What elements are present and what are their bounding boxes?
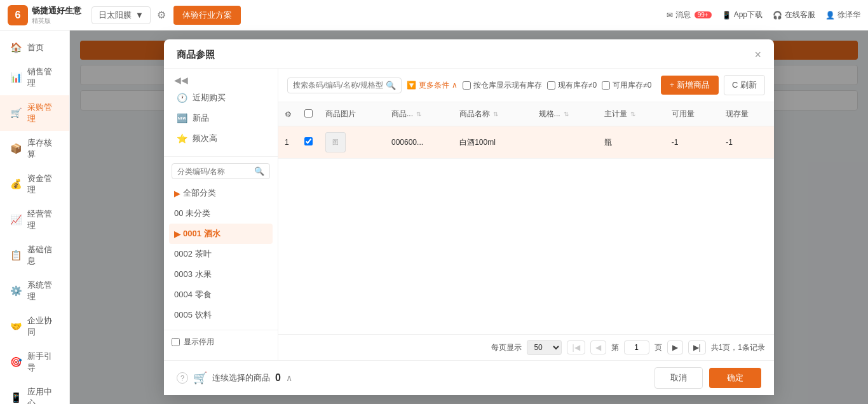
product-search-input[interactable] <box>293 81 383 90</box>
available-stock-checkbox-label[interactable]: 可用库存≠0 <box>602 80 651 91</box>
row-num: 1 <box>278 126 298 159</box>
sidebar-item-inventory[interactable]: 📦 库存核算 <box>0 131 69 166</box>
sidebar-item-system[interactable]: ⚙️ 系统管理 <box>0 273 69 309</box>
col-settings[interactable]: ⚙ <box>278 102 298 126</box>
message-nav-item[interactable]: ✉ 消息 99+ <box>667 10 712 20</box>
cat-item-unsorted[interactable]: 00 未分类 <box>169 203 273 224</box>
cat-item-alcohol[interactable]: ▶ 0001 酒水 <box>169 224 273 244</box>
warehouse-stock-label: 按仓库显示现有库存 <box>473 80 542 91</box>
trial-button[interactable]: 体验行业方案 <box>173 6 241 25</box>
confirm-button[interactable]: 确定 <box>709 368 761 388</box>
modal-overlay: 商品参照 × ◀◀ 🕐 近期购买 <box>70 30 868 404</box>
select-all-checkbox[interactable] <box>304 109 313 118</box>
prev-page-button[interactable]: ◀ <box>590 340 606 354</box>
sidebar-item-finance[interactable]: 💰 资金管理 <box>0 166 69 202</box>
last-page-button[interactable]: ▶| <box>688 340 706 354</box>
new-products-item[interactable]: 🆕 新品 <box>172 108 270 128</box>
current-stock-label: 现有库存≠0 <box>558 80 597 91</box>
frequent-item[interactable]: ⭐ 频次高 <box>172 128 270 149</box>
warehouse-stock-checkbox[interactable] <box>463 81 471 90</box>
row-available: -1 <box>665 126 720 159</box>
col-name[interactable]: 商品名称 ⇅ <box>453 102 532 126</box>
show-disabled-label: 显示停用 <box>184 337 214 347</box>
cat-item-fruit[interactable]: 0003 水果 <box>169 264 273 285</box>
row-image-cell: 图 <box>319 126 385 159</box>
page-size-select[interactable]: 50 10 20 100 <box>527 340 562 355</box>
cat-item-water[interactable]: 0008 水 <box>169 325 273 330</box>
cat-item-drink[interactable]: 0005 饮料 <box>169 305 273 325</box>
col-available[interactable]: 可用量 <box>665 102 720 126</box>
category-list: ▶ 全部分类 00 未分类 ▶ 0001 酒水 0002 茶 <box>164 183 278 330</box>
cat-item-all[interactable]: ▶ 全部分类 <box>169 183 273 203</box>
sidebar-label-finance: 资金管理 <box>27 173 59 196</box>
online-service-item[interactable]: 🎧 在线客服 <box>773 10 815 20</box>
cat-arrow-all: ▶ <box>174 189 180 198</box>
table-head: ⚙ 商品图片 商品... ⇅ 商品名称 <box>278 102 774 126</box>
sidebar-item-purchase[interactable]: 🛒 采购管理 <box>0 95 69 131</box>
refresh-button[interactable]: C 刷新 <box>724 75 765 95</box>
inventory-icon: 📦 <box>10 143 22 154</box>
sidebar-label-guide: 新手引导 <box>27 351 59 374</box>
message-label: 消息 <box>675 10 691 20</box>
page-number-input[interactable] <box>624 340 649 354</box>
frequent-label: 频次高 <box>193 133 217 144</box>
purchase-icon: 🛒 <box>10 107 22 119</box>
collapse-button[interactable]: ◀◀ <box>172 75 191 85</box>
finance-icon: 💰 <box>10 178 22 190</box>
table-row[interactable]: 1 图 <box>278 126 774 159</box>
divider <box>164 156 278 157</box>
modal-close-button[interactable]: × <box>754 48 761 62</box>
cat-label-alcohol: 0001 酒水 <box>183 228 220 239</box>
product-table-wrap: ⚙ 商品图片 商品... ⇅ 商品名称 <box>278 102 774 334</box>
logo-icon: 6 <box>8 5 28 25</box>
col-code[interactable]: 商品... ⇅ <box>385 102 453 126</box>
show-disabled-area: 显示停用 <box>164 330 278 354</box>
right-panel: 🔍 🔽 更多条件 ∧ 按仓库显示现有库存 <box>278 69 774 360</box>
next-page-button[interactable]: ▶ <box>667 340 683 354</box>
current-stock-checkbox-label[interactable]: 现有库存≠0 <box>547 80 597 91</box>
sidebar-item-apps[interactable]: 📱 应用中心 <box>0 380 69 404</box>
col-spec[interactable]: 规格... ⇅ <box>532 102 598 126</box>
sidebar-item-home[interactable]: 🏠 首页 <box>0 36 69 60</box>
sidebar-item-basics[interactable]: 📋 基础信息 <box>0 238 69 273</box>
add-product-button[interactable]: + 新增商品 <box>661 76 719 95</box>
up-arrow-icon[interactable]: ∧ <box>286 373 292 383</box>
cat-item-snack[interactable]: 0004 零食 <box>169 285 273 305</box>
first-page-button[interactable]: |◀ <box>567 340 585 354</box>
product-image-placeholder: 图 <box>332 138 339 147</box>
show-disabled-checkbox[interactable] <box>172 338 180 346</box>
product-search-wrap[interactable]: 🔍 <box>287 77 402 93</box>
total-records-label: 共1页，1条记录 <box>711 342 765 353</box>
product-search-icon: 🔍 <box>386 81 396 90</box>
settings-icon[interactable]: ⚙ <box>157 9 166 21</box>
category-search-box[interactable]: 🔍 <box>172 163 270 179</box>
help-icon[interactable]: ? <box>177 372 188 384</box>
cat-item-tea[interactable]: 0002 茶叶 <box>169 244 273 264</box>
user-item[interactable]: 👤 徐泽华 <box>825 10 860 20</box>
category-search-input[interactable] <box>177 167 252 176</box>
row-checkbox[interactable] <box>304 137 313 145</box>
warehouse-stock-checkbox-label[interactable]: 按仓库显示现有库存 <box>463 80 542 91</box>
row-code: 000600... <box>385 126 453 159</box>
sidebar-label-system: 系统管理 <box>27 279 59 302</box>
store-selector[interactable]: 日太阳膜 ▼ <box>92 6 151 24</box>
sidebar-item-business[interactable]: 📈 经营管理 <box>0 202 69 238</box>
current-stock-checkbox[interactable] <box>547 81 555 90</box>
sidebar-item-collab[interactable]: 🤝 企业协同 <box>0 309 69 344</box>
row-checkbox-cell[interactable] <box>298 126 319 159</box>
sidebar-item-sales[interactable]: 📊 销售管理 <box>0 60 69 95</box>
table-body: 1 图 <box>278 126 774 159</box>
online-service-label: 在线客服 <box>785 10 815 20</box>
cart-area: ? 🛒 连续选择的商品 0 ∧ <box>177 371 654 385</box>
app-download-item[interactable]: 📱 App下载 <box>722 10 763 20</box>
row-name: 白酒100ml <box>453 126 532 159</box>
content-area: 查询 设置 刷新 商品参照 × ◀◀ <box>70 30 868 404</box>
main-layout: 🏠 首页 📊 销售管理 🛒 采购管理 📦 库存核算 💰 资金管理 📈 经营管理 … <box>0 30 868 404</box>
sidebar-label-purchase: 采购管理 <box>27 102 59 125</box>
sidebar-item-guide[interactable]: 🎯 新手引导 <box>0 344 69 380</box>
filter-more-button[interactable]: 🔽 更多条件 ∧ <box>407 80 458 91</box>
col-unit[interactable]: 主计量 ⇅ <box>598 102 665 126</box>
available-stock-checkbox[interactable] <box>602 81 610 90</box>
cancel-button[interactable]: 取消 <box>654 367 703 389</box>
recent-purchase-item[interactable]: 🕐 近期购买 <box>172 88 270 108</box>
